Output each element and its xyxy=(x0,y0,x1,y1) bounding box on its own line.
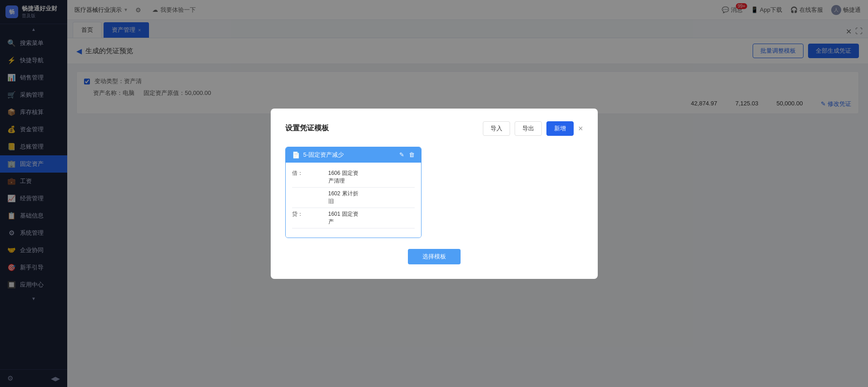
template-edit-icon[interactable]: ✎ xyxy=(399,151,404,158)
template-entry-0: 借： 1606 固定资产清理 xyxy=(292,167,415,188)
modal: 设置凭证模板 导入 导出 新增 × 📄 5-固定资产减少 ✎ 🗑 xyxy=(271,109,598,279)
entry-credit-1 xyxy=(387,190,415,205)
template-card-body: 借： 1606 固定资产清理 1602 累计折旧 贷： 1601 固定资产 xyxy=(286,163,421,238)
modal-overlay[interactable]: 设置凭证模板 导入 导出 新增 × 📄 5-固定资产减少 ✎ 🗑 xyxy=(0,0,868,387)
template-entry-1: 1602 累计折旧 xyxy=(292,188,415,208)
entry-side-2: 贷： xyxy=(292,210,328,226)
template-card-icons: ✎ 🗑 xyxy=(399,151,415,158)
template-entry-3 xyxy=(292,228,415,233)
modal-title: 设置凭证模板 xyxy=(285,124,329,133)
modal-close-icon[interactable]: × xyxy=(578,124,583,133)
entry-account-0: 1606 固定资产清理 xyxy=(328,169,360,185)
entry-debit-2 xyxy=(360,210,387,226)
entry-side-0: 借： xyxy=(292,169,328,185)
template-card: 📄 5-固定资产减少 ✎ 🗑 借： 1606 固定资产清理 xyxy=(285,147,422,238)
entry-account-2: 1601 固定资产 xyxy=(328,210,360,226)
entry-side-1 xyxy=(292,190,328,205)
modal-actions: 导入 导出 新增 xyxy=(483,121,574,136)
entry-debit-1 xyxy=(360,190,387,205)
modal-header: 设置凭证模板 导入 导出 新增 × xyxy=(285,121,583,136)
template-card-header: 📄 5-固定资产减少 ✎ 🗑 xyxy=(286,147,421,163)
export-btn[interactable]: 导出 xyxy=(515,121,542,136)
entry-account-1: 1602 累计折旧 xyxy=(328,190,360,205)
template-entry-2: 贷： 1601 固定资产 xyxy=(292,208,415,228)
select-template-btn[interactable]: 选择模板 xyxy=(408,249,461,264)
entry-credit-2 xyxy=(387,210,415,226)
import-btn[interactable]: 导入 xyxy=(483,121,510,136)
new-btn[interactable]: 新增 xyxy=(546,121,574,136)
entry-debit-0 xyxy=(360,169,387,185)
template-card-title: 5-固定资产减少 xyxy=(303,151,396,159)
entry-credit-0 xyxy=(387,169,415,185)
template-delete-icon[interactable]: 🗑 xyxy=(409,151,415,158)
template-doc-icon: 📄 xyxy=(292,151,300,159)
